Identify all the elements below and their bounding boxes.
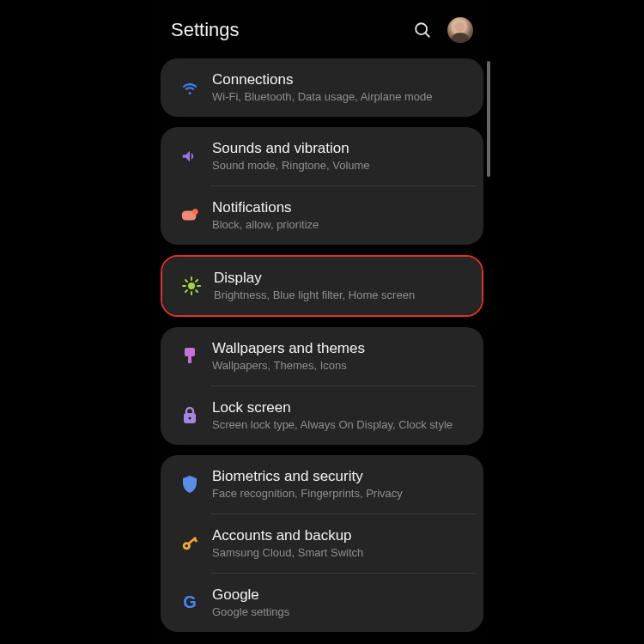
svg-rect-13 (185, 348, 195, 356)
item-title: Notifications (212, 198, 478, 217)
settings-item-accounts[interactable]: Accounts and backup Samsung Cloud, Smart… (161, 514, 483, 573)
item-subtitle: Block, allow, prioritize (212, 218, 478, 233)
settings-group: Display Brightness, Blue light filter, H… (162, 257, 482, 315)
settings-item-wallpapers[interactable]: Wallpapers and themes Wallpapers, Themes… (161, 327, 483, 386)
key-icon (171, 534, 209, 553)
settings-item-connections[interactable]: Connections Wi-Fi, Bluetooth, Data usage… (161, 58, 483, 117)
item-title: Google (212, 586, 478, 605)
item-title: Biometrics and security (212, 467, 478, 486)
item-title: Lock screen (212, 398, 478, 417)
item-title: Wallpapers and themes (212, 339, 478, 358)
notification-icon (171, 208, 209, 223)
item-subtitle: Wallpapers, Themes, Icons (212, 359, 478, 374)
settings-item-biometrics[interactable]: Biometrics and security Face recognition… (161, 455, 483, 513)
svg-rect-14 (188, 356, 191, 363)
brush-icon (171, 347, 209, 366)
settings-item-display[interactable]: Display Brightness, Blue light filter, H… (162, 257, 482, 315)
svg-point-3 (192, 209, 197, 214)
settings-screen: Settings Connections Wi-Fi, Bluetooth, D… (154, 0, 490, 644)
svg-line-9 (185, 280, 187, 282)
header: Settings (154, 9, 490, 58)
settings-item-lockscreen[interactable]: Lock screen Screen lock type, Always On … (161, 386, 483, 445)
item-subtitle: Screen lock type, Always On Display, Clo… (212, 418, 478, 433)
svg-point-18 (185, 544, 189, 548)
svg-line-1 (425, 33, 429, 37)
search-button[interactable] (411, 19, 434, 41)
scrollbar[interactable] (487, 61, 490, 177)
settings-item-sounds[interactable]: Sounds and vibration Sound mode, Rington… (161, 127, 483, 185)
wifi-icon (171, 77, 209, 98)
item-subtitle: Google settings (212, 605, 478, 620)
profile-avatar[interactable] (447, 17, 473, 43)
settings-group: Biometrics and security Face recognition… (161, 455, 483, 632)
svg-point-0 (416, 23, 427, 34)
brightness-icon (173, 276, 210, 296)
settings-group: Sounds and vibration Sound mode, Rington… (161, 127, 483, 245)
item-title: Accounts and backup (212, 526, 478, 545)
sound-icon (171, 147, 209, 166)
item-title: Display (214, 269, 477, 288)
highlighted-item: Display Brightness, Blue light filter, H… (161, 255, 483, 317)
item-title: Connections (212, 70, 478, 89)
svg-line-10 (196, 290, 197, 292)
search-icon (413, 21, 432, 39)
item-subtitle: Samsung Cloud, Smart Switch (212, 546, 478, 561)
item-subtitle: Brightness, Blue light filter, Home scre… (214, 289, 477, 303)
shield-icon (171, 475, 209, 494)
item-subtitle: Sound mode, Ringtone, Volume (212, 159, 478, 173)
settings-item-notifications[interactable]: Notifications Block, allow, prioritize (161, 186, 483, 245)
lock-icon (171, 406, 209, 425)
google-icon: G (171, 592, 209, 612)
settings-group: Connections Wi-Fi, Bluetooth, Data usage… (161, 58, 483, 117)
settings-group: Wallpapers and themes Wallpapers, Themes… (161, 327, 483, 445)
svg-point-4 (188, 283, 195, 289)
settings-list: Connections Wi-Fi, Bluetooth, Data usage… (154, 58, 490, 632)
svg-line-12 (196, 280, 197, 282)
svg-point-16 (189, 416, 191, 419)
item-subtitle: Wi-Fi, Bluetooth, Data usage, Airplane m… (212, 90, 478, 105)
page-title: Settings (171, 19, 398, 41)
item-subtitle: Face recognition, Fingerprints, Privacy (212, 487, 478, 501)
settings-item-google[interactable]: G Google Google settings (161, 574, 483, 632)
svg-line-11 (185, 290, 187, 292)
item-title: Sounds and vibration (212, 139, 478, 158)
